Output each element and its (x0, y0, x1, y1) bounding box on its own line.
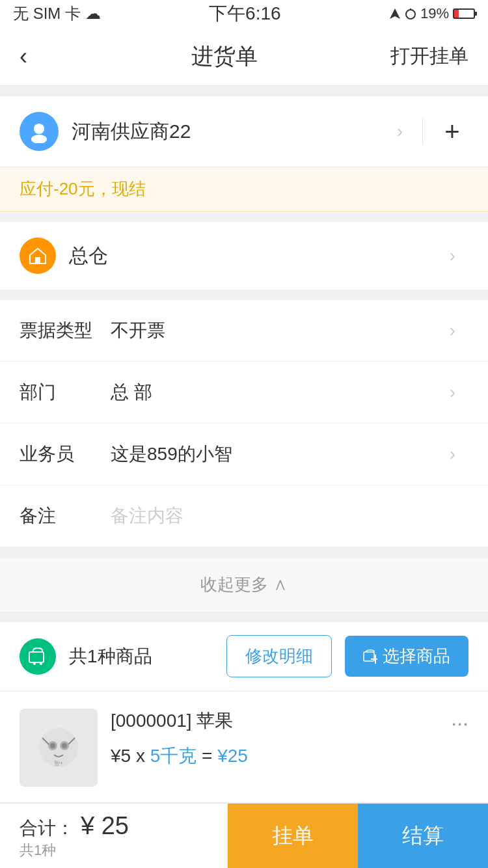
price-equals: = (197, 746, 217, 766)
price-total: ¥25 (217, 746, 248, 766)
sales-chevron-icon: › (450, 444, 455, 465)
add-supplier-button[interactable]: + (436, 117, 468, 146)
warehouse-icon (20, 237, 56, 274)
status-bar: 无 SIM 卡 ☁ 下午6:16 19% (0, 0, 488, 27)
products-card: 共1种商品 修改明细 选择商品 (0, 622, 488, 802)
supplier-divider (422, 118, 423, 144)
price-quantity: 5千克 (150, 746, 197, 766)
sales-value: 这是859的小智 (104, 442, 450, 467)
svg-point-1 (406, 10, 415, 19)
select-product-icon (363, 649, 377, 664)
main-content: 河南供应商22 › + 应付-20元，现结 总仓 › 票据类型 不开票 › (0, 96, 488, 868)
supplier-row[interactable]: 河南供应商22 › + (0, 96, 488, 167)
product-item: 智+ [0000001] 苹果 ¥5 x 5千克 = ¥25 ··· (0, 693, 488, 802)
supplier-avatar (20, 112, 59, 151)
supplier-chevron-icon: › (397, 121, 403, 142)
supplier-name: 河南供应商22 (72, 118, 397, 145)
warehouse-card: 总仓 › (0, 222, 488, 290)
svg-text:智+: 智+ (54, 760, 63, 766)
warehouse-row[interactable]: 总仓 › (0, 222, 488, 290)
ticket-type-chevron-icon: › (450, 320, 455, 341)
svg-rect-7 (29, 652, 44, 662)
product-thumb-icon: 智+ (36, 725, 81, 770)
sales-row[interactable]: 业务员 这是859的小智 › (0, 424, 488, 485)
alarm-icon (405, 8, 416, 20)
warehouse-name: 总仓 (69, 243, 450, 269)
products-header: 共1种商品 修改明细 选择商品 (0, 622, 488, 690)
svg-point-9 (40, 662, 42, 665)
svg-point-8 (33, 662, 36, 665)
price-base: ¥5 x (111, 746, 150, 766)
total-amount: ¥ 25 (81, 812, 129, 840)
svg-point-4 (31, 135, 47, 143)
sim-label: 无 SIM 卡 ☁ (13, 3, 101, 24)
ticket-type-label: 票据类型 (20, 318, 104, 343)
collapse-label: 收起更多 ∧ (200, 573, 287, 596)
supplier-card: 河南供应商22 › + 应付-20元，现结 (0, 96, 488, 211)
home-icon (29, 247, 47, 265)
location-icon (389, 8, 401, 20)
select-product-label: 选择商品 (383, 645, 450, 668)
battery-icon (453, 8, 475, 19)
remark-label: 备注 (20, 504, 104, 528)
battery-label: 19% (420, 5, 449, 22)
alert-banner: 应付-20元，现结 (0, 167, 488, 211)
edit-detail-button[interactable]: 修改明细 (226, 635, 332, 677)
dept-value: 总 部 (104, 380, 450, 405)
products-icon (20, 638, 56, 675)
product-name: [0000001] 苹果 (111, 709, 438, 733)
form-card: 票据类型 不开票 › 部门 总 部 › 业务员 这是859的小智 › 备注 备注… (0, 300, 488, 547)
svg-point-3 (34, 124, 44, 134)
remark-row[interactable]: 备注 备注内容 (0, 485, 488, 547)
svg-rect-6 (35, 257, 40, 264)
section-divider (0, 690, 488, 692)
footer-total-count: 共1种 (20, 841, 208, 860)
status-right: 19% (389, 5, 475, 22)
footer-total: 合计： ¥ 25 共1种 (0, 804, 228, 868)
avatar-icon (27, 120, 51, 143)
dept-chevron-icon: › (450, 382, 455, 403)
svg-marker-0 (390, 8, 400, 19)
collapse-row[interactable]: 收起更多 ∧ (0, 558, 488, 612)
cart-icon (28, 647, 47, 666)
back-button[interactable]: ‹ (20, 43, 59, 70)
ticket-type-row[interactable]: 票据类型 不开票 › (0, 300, 488, 362)
settle-button[interactable]: 结算 (358, 804, 488, 868)
product-more-button[interactable]: ··· (451, 709, 468, 787)
svg-point-17 (62, 743, 67, 748)
product-thumbnail: 智+ (20, 709, 98, 787)
footer-total-line: 合计： ¥ 25 (20, 812, 208, 841)
product-price: ¥5 x 5千克 = ¥25 (111, 744, 438, 768)
select-product-button[interactable]: 选择商品 (345, 636, 468, 677)
hang-button[interactable]: 挂单 (228, 804, 358, 868)
product-info: [0000001] 苹果 ¥5 x 5千克 = ¥25 (111, 709, 438, 787)
dept-row[interactable]: 部门 总 部 › (0, 362, 488, 424)
dept-label: 部门 (20, 380, 104, 405)
sales-label: 业务员 (20, 442, 104, 467)
remark-input[interactable]: 备注内容 (104, 504, 468, 528)
ticket-type-value: 不开票 (104, 318, 450, 343)
open-hang-button[interactable]: 打开挂单 (390, 43, 468, 70)
svg-point-16 (50, 743, 55, 748)
footer: 合计： ¥ 25 共1种 挂单 结算 (0, 803, 488, 868)
nav-bar: ‹ 进货单 打开挂单 (0, 27, 488, 86)
warehouse-chevron-icon: › (450, 245, 455, 266)
status-left: 无 SIM 卡 ☁ (13, 3, 101, 24)
total-label: 合计： (20, 816, 74, 841)
page-title: 进货单 (59, 42, 390, 72)
status-time: 下午6:16 (209, 1, 281, 26)
products-count: 共1种商品 (69, 644, 213, 669)
